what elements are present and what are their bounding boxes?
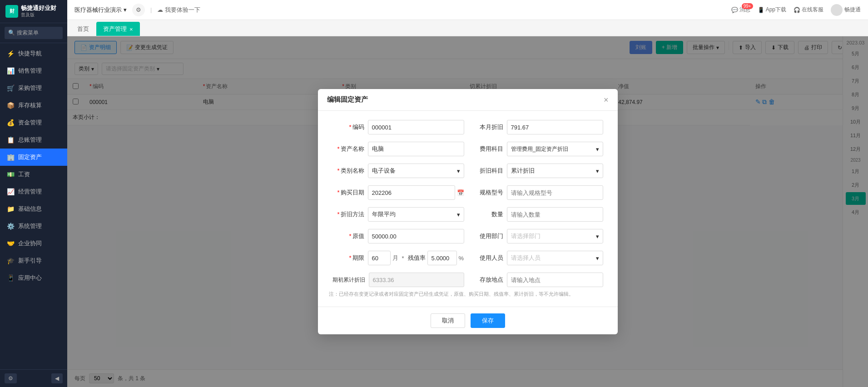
sidebar-item-purchase[interactable]: 🛒 采购管理	[0, 79, 67, 97]
sidebar-item-sales[interactable]: 📊 销售管理	[0, 62, 67, 79]
select-chevron: ▾	[457, 168, 460, 174]
inventory-icon: 📦	[6, 101, 15, 109]
sidebar-item-label: 应用中心	[18, 274, 42, 282]
sidebar-search-section: 🔍 搜索菜单	[0, 23, 67, 43]
sidebar-item-label: 基础信息	[18, 205, 42, 213]
sidebar-item-label: 快捷导航	[18, 50, 42, 58]
sidebar-item-label: 系统管理	[18, 222, 42, 230]
collapse-button[interactable]: ◀	[51, 373, 63, 383]
monthly-dep-label: 本月折旧	[471, 123, 503, 131]
form-row-period: *期限 月 * 残值率 %	[332, 251, 464, 265]
dialog-footer: 取消 保存	[318, 307, 618, 334]
calendar-icon[interactable]: 📅	[457, 189, 464, 196]
sidebar-item-label: 采购管理	[18, 84, 42, 92]
experience-button[interactable]: ☁ 我要体验一下	[157, 6, 200, 14]
topbar-divider: |	[150, 6, 152, 13]
purchase-icon: 🛒	[6, 84, 15, 92]
purchase-date-input[interactable]	[368, 185, 455, 200]
settings-button[interactable]: ⚙	[5, 373, 17, 383]
guide-icon: 🎓	[6, 257, 15, 265]
user-menu[interactable]: 畅捷通	[831, 4, 861, 16]
sidebar-header: 财 畅捷通好业财 普及版	[0, 0, 67, 23]
location-input[interactable]	[507, 273, 603, 287]
sidebar-search-button[interactable]: 🔍 搜索菜单	[5, 27, 63, 39]
save-button[interactable]: 保存	[471, 313, 505, 328]
tabbar: 首页 资产管理 ×	[67, 20, 868, 36]
expense-select-chevron: ▾	[596, 146, 599, 153]
tab-close-icon[interactable]: ×	[129, 26, 133, 33]
company-selector[interactable]: 医疗器械行业演示 ▾	[74, 6, 127, 14]
form-row-code: *编码	[332, 120, 464, 134]
department-select[interactable]: 请选择部门 ▾	[507, 229, 603, 243]
form-row-expense-subject: 费用科目 管理费用_固定资产折旧 ▾	[471, 142, 603, 156]
form-row-person: 使用人员 请选择人员 ▾	[471, 251, 603, 265]
sidebar-item-inventory[interactable]: 📦 库存核算	[0, 97, 67, 114]
person-select[interactable]: 请选择人员 ▾	[507, 251, 603, 265]
dialog-note: 注：已经存在变更记录或者对应固定资产已经生成凭证，原值、购买日期、残值率、累计折…	[329, 291, 607, 298]
tab-home[interactable]: 首页	[71, 22, 95, 36]
spec-model-input[interactable]	[507, 185, 603, 200]
sidebar-item-ledger[interactable]: 📋 总账管理	[0, 131, 67, 149]
search-icon: 🔍	[8, 30, 15, 36]
dep-subject-chevron: ▾	[596, 168, 599, 174]
spec-model-label: 规格型号	[471, 189, 503, 197]
form-row-department: 使用部门 请选择部门 ▾	[471, 229, 603, 243]
form-row-initial-dep: 期初累计折旧	[332, 273, 464, 287]
messages-button[interactable]: 💬 消息 99+	[731, 6, 750, 14]
sidebar-item-label: 库存核算	[18, 101, 42, 109]
sidebar-item-guide[interactable]: 🎓 新手引导	[0, 252, 67, 269]
form-row-dep-method: *折旧方法 年限平均 ▾	[332, 207, 464, 222]
code-input[interactable]	[368, 120, 464, 134]
chevron-down-icon: ▾	[124, 6, 127, 13]
asset-name-label: *资产名称	[332, 145, 364, 153]
sidebar: 财 畅捷通好业财 普及版 🔍 搜索菜单 ⚡ 快捷导航 📊 销售管理 🛒 采购管理…	[0, 0, 67, 387]
period-unit: 月	[392, 254, 398, 262]
online-service-button[interactable]: 🎧 在线客服	[794, 6, 823, 14]
dialog-title: 编辑固定资产	[327, 95, 368, 104]
sidebar-item-quick-nav[interactable]: ⚡ 快捷导航	[0, 45, 67, 62]
operations-icon: 📈	[6, 188, 15, 196]
quantity-input[interactable]	[507, 207, 603, 222]
purchase-date-label: *购买日期	[332, 189, 364, 197]
sales-icon: 📊	[6, 67, 15, 75]
form-grid: *编码 *资产名称 *类别名称	[329, 120, 607, 287]
original-value-input[interactable]	[368, 229, 464, 243]
dialog-close-button[interactable]: ×	[604, 96, 609, 104]
sidebar-item-operations[interactable]: 📈 经营管理	[0, 183, 67, 200]
assets-icon: 🏢	[6, 153, 15, 161]
residual-rate-input[interactable]	[427, 251, 457, 265]
tab-asset-mgmt[interactable]: 资产管理 ×	[96, 22, 140, 36]
original-value-label: *原值	[332, 232, 364, 240]
initial-dep-input	[369, 273, 464, 287]
monthly-dep-input[interactable]	[507, 120, 603, 134]
sidebar-item-payroll[interactable]: 💵 工资	[0, 166, 67, 183]
sidebar-item-label: 企业协同	[18, 239, 42, 248]
sidebar-item-finance[interactable]: 💰 资金管理	[0, 114, 67, 131]
sidebar-item-system[interactable]: ⚙️ 系统管理	[0, 218, 67, 235]
asset-name-input[interactable]	[368, 142, 464, 156]
initial-dep-label: 期初累计折旧	[332, 276, 365, 284]
company-name: 医疗器械行业演示	[74, 6, 122, 14]
quantity-label: 数量	[471, 210, 503, 218]
department-placeholder: 请选择部门	[511, 232, 541, 240]
dep-method-select[interactable]: 年限平均 ▾	[368, 207, 464, 222]
location-label: 存放地点	[471, 276, 503, 284]
expense-subject-select[interactable]: 管理费用_固定资产折旧 ▾	[507, 142, 603, 156]
sidebar-item-assets[interactable]: 🏢 固定资产	[0, 149, 67, 166]
period-input[interactable]	[368, 251, 391, 265]
expense-subject-value: 管理费用_固定资产折旧	[511, 145, 569, 153]
expense-subject-label: 费用科目	[471, 145, 503, 153]
user-avatar	[831, 4, 843, 16]
sidebar-item-label: 工资	[18, 170, 30, 179]
sidebar-item-collab[interactable]: 🤝 企业协同	[0, 235, 67, 252]
cancel-button[interactable]: 取消	[431, 313, 465, 328]
sidebar-item-apps[interactable]: 📱 应用中心	[0, 269, 67, 287]
topbar-settings-button[interactable]: ⚙	[132, 4, 145, 16]
app-download-button[interactable]: 📱 App下载	[758, 6, 786, 14]
username: 畅捷通	[844, 6, 861, 14]
cloud-icon: ☁	[157, 6, 163, 13]
category-select[interactable]: 电子设备 ▾	[368, 164, 464, 178]
sidebar-item-basic[interactable]: 📁 基础信息	[0, 200, 67, 218]
dep-subject-select[interactable]: 累计折旧 ▾	[507, 164, 603, 178]
sidebar-item-label: 新手引导	[18, 257, 42, 265]
